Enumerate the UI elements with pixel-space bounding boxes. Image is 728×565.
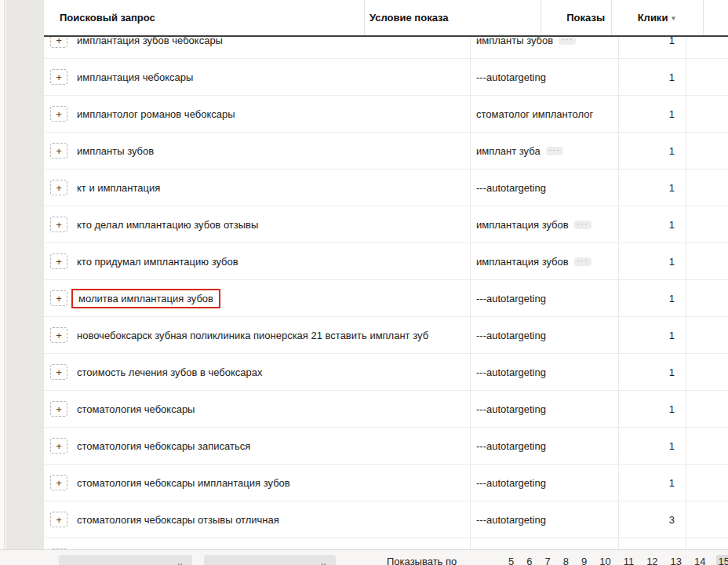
table-row: +имплантация чебоксары---autotargeting1 xyxy=(44,59,728,96)
clicks-cell: 1 xyxy=(618,391,686,427)
clicks-value: 1 xyxy=(669,37,675,46)
add-query-plus-button[interactable]: + xyxy=(50,253,67,269)
clicks-cell: 1 xyxy=(618,465,686,501)
add-query-plus-button[interactable]: + xyxy=(50,69,67,85)
table-row: +стоматология чебоксары имплантация зубо… xyxy=(44,465,728,501)
table-row: +стоматология чебоксары записаться---aut… xyxy=(44,428,728,465)
page-link-active[interactable]: 15 xyxy=(716,555,728,565)
clicks-cell: 1 xyxy=(618,96,686,132)
search-queries-report: Поисковый запрос Условие показа Показы К… xyxy=(0,0,728,565)
table-row: +стоматология чебоксары отзывы отличная-… xyxy=(44,501,728,538)
add-query-plus-button[interactable]: + xyxy=(50,37,67,48)
add-query-plus-button[interactable]: + xyxy=(50,401,67,417)
query-text: кто придумал имплантацию зубов xyxy=(77,256,238,268)
column-header-condition: Условие показа xyxy=(369,0,449,35)
query-text: стоимость лечения зубов в чебоксарах xyxy=(77,366,263,378)
more-ellipsis-icon[interactable]: ··· xyxy=(574,221,592,229)
clicks-value: 1 xyxy=(669,145,675,157)
condition-text: ---autotargeting xyxy=(476,440,546,452)
table-row: +кто придумал имплантацию зубовимплантац… xyxy=(44,243,728,280)
condition-cell: имплант зуба··· xyxy=(470,133,618,169)
query-cell: +стоимость лечения зубов в чебоксарах xyxy=(44,354,470,390)
page-link[interactable]: 8 xyxy=(561,555,571,565)
table-row: +стоматология чебоксары---autotargeting1 xyxy=(44,391,728,428)
clicks-cell: 1 xyxy=(618,317,686,353)
condition-text: стоматолог имплантолог xyxy=(476,108,593,120)
query-cell: +импланты зубов xyxy=(44,133,470,169)
add-query-plus-button[interactable]: + xyxy=(50,217,67,232)
query-text-highlighted: молитва имплантация зубов xyxy=(71,289,220,308)
query-text: стоматология чебоксары xyxy=(77,403,195,415)
query-text: имплантация чебоксары xyxy=(77,71,193,83)
table-row: +имплантация зубов чебоксарыимпланты зуб… xyxy=(44,37,728,59)
page-link[interactable]: 12 xyxy=(644,555,660,565)
page-link[interactable]: 11 xyxy=(621,555,637,565)
query-cell: +имплантолог романов чебоксары xyxy=(44,96,470,132)
table-row: +кто делал имплантацию зубов отзывыимпла… xyxy=(44,206,728,243)
page-link[interactable]: 10 xyxy=(597,555,613,565)
condition-cell: имплантация зубов··· xyxy=(470,206,618,242)
condition-text: импланты зубов xyxy=(476,37,553,46)
condition-cell: стоматолог имплантолог xyxy=(470,96,618,132)
clicks-cell: 1 xyxy=(618,170,686,206)
add-query-plus-button[interactable]: + xyxy=(50,438,67,454)
page-link[interactable]: 6 xyxy=(524,555,534,565)
condition-cell: ---autotargeting xyxy=(470,317,618,353)
pagination: 56789101112131415 xyxy=(506,555,728,565)
more-ellipsis-icon[interactable]: ··· xyxy=(546,147,563,155)
add-query-plus-button[interactable]: + xyxy=(50,106,67,122)
bulk-actions-bar: Добавить во фразы ∨ Добавить в минус-фра… xyxy=(0,549,728,565)
add-query-plus-button[interactable]: + xyxy=(50,290,67,306)
clicks-cell: 3 xyxy=(618,501,686,538)
add-query-plus-button[interactable]: + xyxy=(50,327,67,343)
header-column-divider xyxy=(703,0,704,35)
add-query-plus-button[interactable]: + xyxy=(50,143,67,159)
condition-cell: ---autotargeting xyxy=(470,465,618,501)
query-cell: +стоматология чебоксары имплантация зубо… xyxy=(44,465,470,501)
clicks-cell: 1 xyxy=(618,37,686,58)
add-to-phrases-dropdown-button[interactable]: Добавить во фразы ∨ xyxy=(59,555,192,565)
clicks-value: 1 xyxy=(669,330,675,341)
add-to-negative-phrases-dropdown-button[interactable]: Добавить в минус-фразы ∨ xyxy=(204,555,336,565)
column-header-query: Поисковый запрос xyxy=(60,0,155,35)
condition-text: ---autotargeting xyxy=(476,71,546,83)
query-text: стоматология чебоксары отзывы отличная xyxy=(77,514,279,526)
page-link[interactable]: 13 xyxy=(668,555,684,565)
more-ellipsis-icon[interactable]: ··· xyxy=(574,257,592,266)
condition-cell: импланты зубов··· xyxy=(470,37,618,58)
chevron-down-icon: ∨ xyxy=(177,561,183,565)
condition-text: ---autotargeting xyxy=(476,330,546,341)
page-link[interactable]: 14 xyxy=(692,555,708,565)
sort-desc-icon: ▼ xyxy=(670,15,676,22)
condition-cell: ---autotargeting xyxy=(470,538,618,549)
table-row: +новочебоксарск зубная поликлиника пионе… xyxy=(44,317,728,354)
clicks-value: 1 xyxy=(669,108,675,120)
query-cell: +стоматология чебоксары отзывы отличная xyxy=(44,501,470,538)
search-queries-table: Поисковый запрос Условие показа Показы К… xyxy=(43,0,728,549)
column-header-impressions: Показы xyxy=(541,0,611,35)
page-link[interactable]: 9 xyxy=(579,555,589,565)
add-query-plus-button[interactable]: + xyxy=(50,180,67,195)
query-cell: +стоматология чебоксары xyxy=(44,391,470,427)
clicks-header-label: Клики xyxy=(638,12,668,24)
condition-cell: ---autotargeting xyxy=(470,428,618,464)
table-body: +имплантация зубов чебоксарыимпланты зуб… xyxy=(44,37,728,549)
page-link[interactable]: 7 xyxy=(542,555,552,565)
clicks-value: 1 xyxy=(669,256,675,268)
query-text: стоматология чебоксары имплантация зубов xyxy=(77,477,290,489)
query-cell: +молитва имплантация зубов xyxy=(44,280,470,316)
add-query-plus-button[interactable]: + xyxy=(50,364,67,380)
table-row: +стоимость лечения зубов в чебоксарах---… xyxy=(44,354,728,391)
clicks-value: 1 xyxy=(669,403,675,415)
page-link[interactable]: 5 xyxy=(506,555,516,565)
clicks-value: 1 xyxy=(669,71,675,83)
condition-cell: ---autotargeting xyxy=(470,59,618,95)
add-query-plus-button[interactable]: + xyxy=(50,475,67,490)
column-header-clicks[interactable]: Клики▼ xyxy=(611,0,703,35)
more-ellipsis-icon[interactable]: ··· xyxy=(559,37,576,45)
query-text: импланты зубов xyxy=(77,145,154,157)
add-query-plus-button[interactable]: + xyxy=(50,512,67,527)
table-row: +импланты зубовимплант зуба···1 xyxy=(44,133,728,170)
clicks-cell: 1 xyxy=(618,538,686,549)
column-divider xyxy=(618,37,619,549)
